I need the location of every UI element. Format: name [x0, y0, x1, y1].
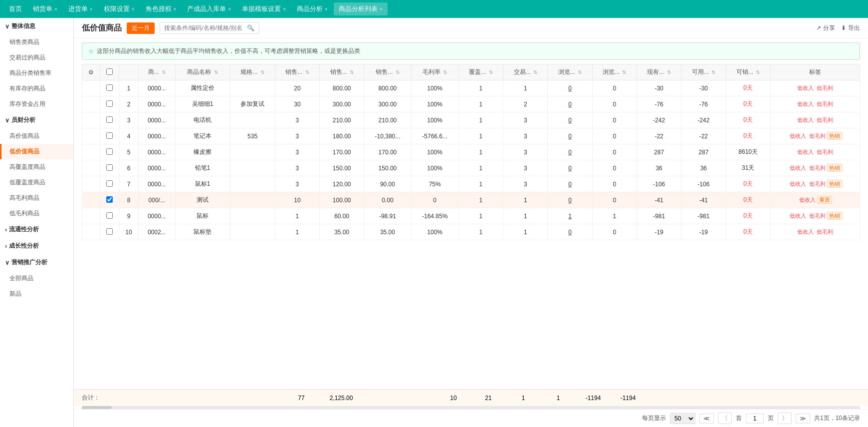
close-icon[interactable]: × — [90, 6, 93, 12]
row-checkbox[interactable] — [106, 84, 113, 91]
row-checkbox[interactable] — [106, 180, 113, 187]
col-sale-qty[interactable]: 销售... ⇅ — [275, 64, 319, 80]
col-available[interactable]: 可用... ⇅ — [681, 64, 726, 80]
row-checkbox[interactable] — [106, 228, 113, 235]
cell-checkbox[interactable] — [100, 80, 119, 96]
export-button[interactable]: ⬇ 导出 — [841, 24, 860, 32]
cell-browse1[interactable]: 0 — [548, 80, 592, 96]
close-icon[interactable]: × — [174, 6, 177, 12]
nav-permission[interactable]: 权限设置 × — [99, 2, 140, 15]
share-button[interactable]: ↗ 分享 — [816, 24, 835, 32]
nav-goods-analysis[interactable]: 商品分析 × — [292, 2, 333, 15]
filter-recent-month-button[interactable]: 近一月 — [127, 22, 155, 34]
sidebar-item-high-margin[interactable]: 高毛利商品 — [0, 190, 73, 206]
cell-checkbox[interactable] — [100, 176, 119, 192]
col-transaction[interactable]: 交易... ⇅ — [503, 64, 548, 80]
col-checkbox[interactable] — [100, 64, 119, 80]
col-coverage[interactable]: 覆盖... ⇅ — [458, 64, 503, 80]
cell-browse2: 0 — [592, 80, 637, 96]
sidebar-item-low-coverage[interactable]: 低覆盖度商品 — [0, 175, 73, 190]
sidebar-group-flow[interactable]: › 流通性分析 — [0, 221, 73, 238]
sidebar-item-category-rate[interactable]: 商品分类销售率 — [0, 65, 73, 81]
row-checkbox[interactable] — [106, 196, 113, 203]
select-all-checkbox[interactable] — [106, 68, 113, 75]
cell-checkbox[interactable] — [100, 224, 119, 240]
sidebar-group-marketing[interactable]: ∨ 营销推广分析 — [0, 254, 73, 271]
sidebar-group-growth[interactable]: › 成长性分析 — [0, 238, 73, 254]
col-sale-amount[interactable]: 销售... ⇅ — [364, 64, 411, 80]
cell-browse1[interactable]: 1 — [548, 208, 592, 224]
row-checkbox[interactable] — [106, 164, 113, 171]
close-icon[interactable]: × — [228, 6, 231, 12]
nav-template[interactable]: 单据模板设置 × — [237, 2, 291, 15]
row-checkbox[interactable] — [106, 212, 113, 219]
row-checkbox[interactable] — [106, 116, 113, 123]
cell-browse1[interactable]: 0 — [548, 112, 592, 128]
col-margin[interactable]: 毛利率 ⇅ — [411, 64, 458, 80]
col-saleable[interactable]: 可销... ⇅ — [726, 64, 770, 80]
cell-browse1[interactable]: 0 — [548, 144, 592, 160]
cell-browse1[interactable]: 0 — [548, 176, 592, 192]
sidebar-item-low-value[interactable]: 低价值商品 — [0, 144, 73, 159]
sidebar-item-high-coverage[interactable]: 高覆盖度商品 — [0, 159, 73, 175]
col-name[interactable]: 商品名称 ⇅ — [175, 64, 230, 80]
sidebar-item-all-goods[interactable]: 全部商品 — [0, 271, 73, 286]
close-icon[interactable]: × — [132, 6, 135, 12]
cell-checkbox[interactable] — [100, 160, 119, 176]
col-spec[interactable]: 规格... ⇅ — [230, 64, 275, 80]
close-icon[interactable]: × — [283, 6, 286, 12]
cell-settings — [82, 224, 100, 240]
close-icon[interactable]: × — [54, 6, 57, 12]
cell-code: 0000... — [138, 128, 175, 144]
cell-sale-price: 120.00 — [320, 176, 364, 192]
nav-goods-analysis-list[interactable]: 商品分析列表 × — [334, 2, 388, 15]
col-browse2[interactable]: 浏览... ⇅ — [592, 64, 637, 80]
col-settings[interactable]: ⚙ — [82, 64, 100, 80]
cell-checkbox[interactable] — [100, 112, 119, 128]
next-page-button[interactable]: 〉 — [778, 413, 792, 424]
close-icon[interactable]: × — [380, 6, 383, 12]
search-icon[interactable]: 🔍 — [247, 24, 254, 31]
page-number-input[interactable] — [746, 414, 764, 424]
sidebar-item-new-goods[interactable]: 新品 — [0, 286, 73, 302]
nav-product-in[interactable]: 产成品入库单 × — [182, 2, 236, 15]
last-page-button[interactable]: ≫ — [796, 414, 810, 424]
sidebar-item-capital[interactable]: 库存资金占用 — [0, 96, 73, 112]
sidebar-item-high-value[interactable]: 高价值商品 — [0, 128, 73, 144]
close-icon[interactable]: × — [325, 6, 328, 12]
export-icon: ⬇ — [841, 24, 846, 31]
row-checkbox[interactable] — [106, 100, 113, 107]
cell-browse1[interactable]: 0 — [548, 224, 592, 240]
cell-browse1[interactable]: 0 — [548, 192, 592, 208]
row-checkbox[interactable] — [106, 148, 113, 155]
first-page-button[interactable]: ≪ — [699, 414, 714, 424]
sidebar-group-overall[interactable]: ∨ 整体信息 — [0, 18, 73, 34]
cell-checkbox[interactable] — [100, 192, 119, 208]
sidebar-item-traded-goods[interactable]: 交易过的商品 — [0, 50, 73, 65]
search-input[interactable] — [164, 24, 244, 31]
cell-browse1[interactable]: 0 — [548, 128, 592, 144]
cell-browse1[interactable]: 0 — [548, 96, 592, 112]
sidebar-item-sales-goods[interactable]: 销售类商品 — [0, 34, 73, 50]
col-code[interactable]: 商... ⇅ — [138, 64, 175, 80]
cell-browse1[interactable]: 0 — [548, 160, 592, 176]
cell-checkbox[interactable] — [100, 208, 119, 224]
prev-page-button[interactable]: 〈 — [718, 413, 732, 424]
cell-checkbox[interactable] — [100, 144, 119, 160]
nav-home[interactable]: 首页 — [4, 2, 27, 15]
per-page-select[interactable]: 50 100 200 — [670, 413, 695, 424]
sidebar-group-finance[interactable]: ∨ 员财分析 — [0, 112, 73, 128]
nav-role-auth[interactable]: 角色授权 × — [141, 2, 182, 15]
sidebar-item-low-margin[interactable]: 低毛利商品 — [0, 206, 73, 221]
cell-name: 铅笔1 — [175, 160, 230, 176]
col-sale-price[interactable]: 销售... ⇅ — [320, 64, 364, 80]
nav-sales-order[interactable]: 销货单 × — [28, 2, 62, 15]
sidebar-item-inventory-goods[interactable]: 有库存的商品 — [0, 81, 73, 96]
cell-sale-qty: 1 — [275, 224, 319, 240]
nav-purchase-order[interactable]: 进货单 × — [63, 2, 98, 15]
col-browse1[interactable]: 浏览... ⇅ — [548, 64, 592, 80]
cell-checkbox[interactable] — [100, 96, 119, 112]
col-current-stock[interactable]: 现有... ⇅ — [637, 64, 681, 80]
cell-checkbox[interactable] — [100, 128, 119, 144]
row-checkbox[interactable] — [106, 132, 113, 139]
